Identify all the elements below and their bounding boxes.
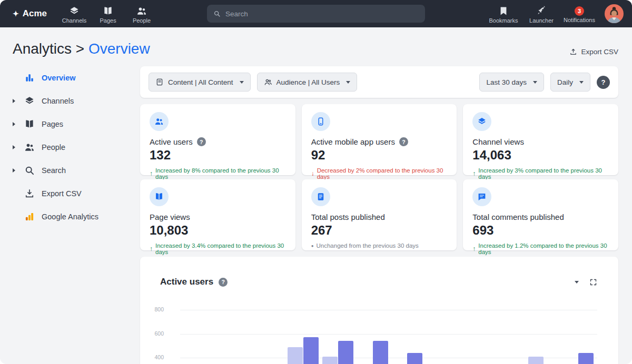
y-axis-tick-label: 600 (148, 330, 164, 337)
navbar-tab-people[interactable]: People (125, 4, 159, 24)
content-filter-label: Content | All Content (168, 78, 233, 86)
gridline (180, 310, 597, 310)
stat-card-active-mobile-app-users: Active mobile app users?92↓Decreased by … (302, 104, 457, 175)
stat-value: 10,803 (150, 223, 286, 238)
chart-bar[interactable] (303, 337, 319, 364)
chevron-down-icon (240, 81, 244, 84)
rocket-icon (536, 6, 547, 16)
stat-delta-text: Increased by 3% compared to the previous… (478, 167, 609, 180)
chart-bar[interactable] (338, 341, 353, 364)
chart-bar[interactable] (373, 341, 388, 364)
layers-icon (24, 96, 35, 106)
stat-icon-circle (472, 112, 491, 131)
trend-up-icon: ↑ (472, 170, 476, 177)
stat-delta-text: Increased by 1.2% compared to the previo… (478, 242, 609, 255)
stat-title-row: Total posts published (311, 213, 448, 221)
content-filter-dropdown[interactable]: Content | All Content (149, 73, 251, 92)
navbar-notifications-button[interactable]: 3Notifications (560, 5, 598, 23)
help-icon[interactable]: ? (399, 137, 408, 146)
chart-bar[interactable] (407, 353, 422, 364)
stat-title-row: Channel views (472, 137, 609, 146)
granularity-dropdown[interactable]: Daily (550, 73, 590, 92)
sidebar-item-pages[interactable]: Pages (13, 113, 140, 136)
navbar-launcher-button[interactable]: Launcher (522, 4, 560, 24)
brand-label: Acme (23, 8, 47, 19)
sidebar-item-overview[interactable]: Overview (13, 66, 140, 89)
bar-chart-icon (562, 278, 570, 286)
navbar-tab-pages[interactable]: Pages (91, 4, 125, 24)
stat-icon-circle (311, 187, 330, 206)
chevron-right-icon (13, 168, 24, 173)
stat-delta: ↑Increased by 1.2% compared to the previ… (472, 242, 609, 255)
filter-right-group: Last 30 days Daily ? (479, 73, 610, 92)
stat-icon-circle (150, 187, 169, 206)
stat-title-row: Total comments published (472, 213, 609, 221)
sidebar-item-people[interactable]: People (13, 136, 140, 159)
chart-bar[interactable] (322, 357, 338, 364)
audience-icon (264, 78, 272, 86)
stat-delta-text: Decreased by 2% compared to the previous… (317, 167, 448, 180)
chart-bar[interactable] (288, 347, 303, 364)
chart-bar[interactable] (578, 353, 594, 364)
book-icon (24, 119, 35, 129)
chart-type-dropdown[interactable] (562, 278, 579, 286)
y-axis-tick-label: 800 (148, 306, 164, 312)
help-icon[interactable]: ? (219, 278, 228, 287)
trend-up-icon: ↑ (472, 245, 476, 252)
page-header: Analytics > Overview Export CSV (0, 27, 632, 58)
gridline (180, 334, 597, 335)
stat-title: Active mobile app users (311, 137, 395, 146)
navbar-bookmarks-button[interactable]: Bookmarks (485, 4, 522, 24)
sidebar-item-label: Overview (42, 74, 76, 82)
sidebar-item-search[interactable]: Search (13, 159, 140, 182)
stat-delta: ↓Decreased by 2% compared to the previou… (311, 167, 448, 180)
stat-card-total-comments-published: Total comments published693↑Increased by… (463, 179, 618, 250)
main-panel: Content | All Content Audience | All Use… (140, 66, 618, 364)
help-icon[interactable]: ? (597, 76, 610, 89)
stat-delta-text: Increased by 3.4% compared to the previo… (155, 242, 286, 255)
navbar-tab-channels[interactable]: Channels (57, 4, 91, 24)
export-csv-button[interactable]: Export CSV (569, 48, 618, 58)
chevron-down-icon (346, 81, 350, 84)
navbar-tab-label: People (133, 17, 151, 24)
sidebar-item-label: Pages (42, 120, 63, 128)
bar-chart-icon (24, 73, 35, 83)
comment-icon (477, 192, 487, 201)
notification-badge: 3 (575, 6, 584, 16)
navbar-search[interactable] (207, 5, 425, 23)
audience-filter-dropdown[interactable]: Audience | All Users (257, 73, 358, 92)
search-icon (213, 10, 221, 17)
granularity-label: Daily (557, 78, 573, 86)
stat-value: 92 (311, 148, 448, 163)
breadcrumb-current[interactable]: Overview (88, 41, 150, 57)
search-input[interactable] (225, 10, 419, 18)
stat-title: Total posts published (311, 213, 385, 221)
chart-actions (562, 278, 597, 286)
help-icon[interactable]: ? (197, 137, 206, 146)
brand-logo[interactable]: ✦ Acme (13, 8, 47, 19)
stat-title: Channel views (472, 137, 524, 146)
stat-delta: ↑Increased by 8% compared to the previou… (150, 167, 286, 180)
stat-value: 267 (311, 223, 448, 238)
bookmark-icon (498, 6, 509, 16)
sidebar-item-channels[interactable]: Channels (13, 89, 140, 113)
navbar-right: BookmarksLauncher3Notifications (485, 4, 598, 24)
chart-bar[interactable] (528, 357, 544, 364)
date-range-dropdown[interactable]: Last 30 days (479, 73, 544, 92)
top-navbar: ✦ Acme ChannelsPagesPeople BookmarksLaun… (0, 0, 632, 27)
book-icon (103, 6, 113, 16)
expand-chart-button[interactable] (589, 278, 597, 286)
navbar-tab-label: Pages (100, 17, 116, 24)
mobile-icon (316, 117, 325, 126)
export-csv-label: Export CSV (581, 48, 618, 56)
stat-delta: ↑Increased by 3% compared to the previou… (472, 167, 609, 180)
navbar-item-label: Bookmarks (489, 17, 518, 24)
sparkle-icon: ✦ (13, 10, 19, 17)
chart-title: Active users (160, 277, 213, 287)
user-avatar[interactable] (605, 4, 624, 23)
sidebar-item-google-analytics[interactable]: Google Analytics (13, 205, 140, 228)
app-window: ✦ Acme ChannelsPagesPeople BookmarksLaun… (0, 0, 632, 364)
layers-icon (477, 117, 487, 126)
sidebar-item-export-csv[interactable]: Export CSV (13, 182, 140, 205)
trend-up-icon: ↑ (150, 245, 153, 252)
